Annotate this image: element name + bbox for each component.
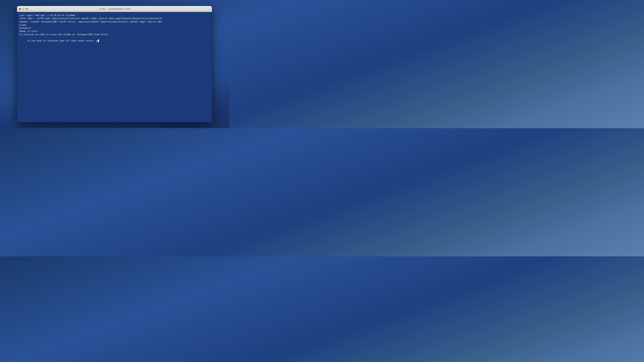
- title-bar: 🏠 jeff — createinstallmed • sudo: [17, 6, 212, 12]
- window-title: 🏠 jeff — createinstallmed • sudo: [99, 8, 130, 10]
- title-separator2: •: [124, 8, 125, 10]
- terminal-window: 🏠 jeff — createinstallmed • sudo Last lo…: [17, 6, 212, 122]
- minimize-button[interactable]: [22, 8, 24, 10]
- terminal-line-4: a.app: [20, 23, 210, 26]
- title-command: createinstallmed: [108, 8, 124, 10]
- title-separator1: —: [106, 8, 108, 10]
- terminal-line-3: lmedia --volume /Volumes/USB\ Flash\ Dri…: [20, 20, 210, 23]
- terminal-line-8: If you wish to continue type (Y) then pr…: [20, 36, 210, 46]
- close-button[interactable]: [19, 8, 21, 10]
- title-user: jeff: [102, 8, 105, 10]
- maximize-button[interactable]: [26, 8, 28, 10]
- terminal-line-5: Password:: [20, 26, 210, 30]
- title-sudo: sudo: [126, 8, 130, 10]
- terminal-cursor: [98, 39, 99, 42]
- terminal-body[interactable]: Last login: Wed Aug 2 10:35:24 on ttys00…: [17, 12, 212, 122]
- traffic-lights: [19, 8, 28, 10]
- terminal-line-2: Jeffs-iMac:~ jeff$ sudo /Applications/In…: [20, 17, 210, 20]
- terminal-line-6: Ready to start.: [20, 30, 210, 33]
- terminal-line-7: To continue we need to erase the volume …: [20, 33, 210, 36]
- home-icon: 🏠: [99, 8, 102, 10]
- terminal-line-1: Last login: Wed Aug 2 10:35:24 on ttys00…: [20, 14, 210, 17]
